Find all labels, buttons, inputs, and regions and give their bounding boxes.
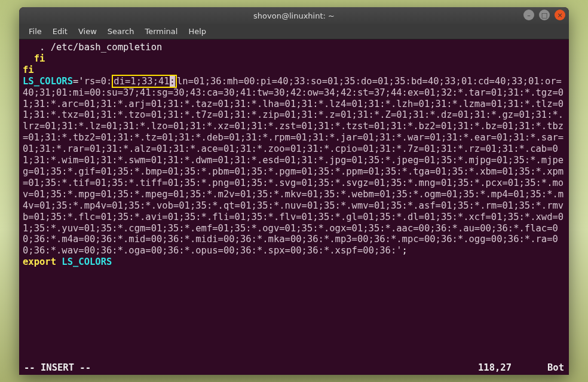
close-button[interactable]: × [555, 10, 565, 20]
maximize-button[interactable]: □ [539, 10, 550, 20]
rs-prefix: rs=0: [84, 76, 112, 87]
ls-colors-rest: ln=01;36:mh=00:pi=40;33:so=01;35:do=01;3… [23, 76, 564, 256]
code-line: . /etc/bash_completion [23, 42, 162, 53]
menu-view[interactable]: View [74, 26, 102, 37]
menu-terminal[interactable]: Terminal [140, 26, 182, 37]
ls-colors-var: LS_COLORS [23, 76, 73, 87]
titlebar[interactable]: shovon@linuxhint: ~ – □ × [19, 7, 569, 24]
trailing-semicolon: ; [402, 245, 408, 256]
close-icon: × [557, 11, 562, 19]
terminal-area[interactable]: . /etc/bash_completion fi fi LS_COLORS='… [19, 39, 569, 375]
menu-search[interactable]: Search [103, 26, 139, 37]
highlighted-segment: di=1;33;41: [112, 75, 177, 88]
ls-colors-value: rs=0:di=1;33;41:ln=01;36:mh=00:pi=40;33:… [23, 75, 564, 256]
menubar: File Edit View Search Terminal Help [19, 24, 569, 39]
export-keyword: export [23, 256, 62, 267]
maximize-icon: □ [541, 11, 547, 19]
menu-edit[interactable]: Edit [48, 26, 72, 37]
assign-op: =' [73, 76, 84, 87]
vim-scroll-indicator: Bot [547, 362, 564, 374]
vim-cursor-position: 118,27 [478, 362, 512, 374]
vim-mode: -- INSERT -- [24, 362, 91, 374]
export-variable: LS_COLORS [62, 256, 112, 267]
menu-help[interactable]: Help [183, 26, 211, 37]
highlight-text: di=1;33;41 [114, 76, 169, 87]
menu-file[interactable]: File [24, 26, 47, 37]
text-cursor: : [170, 76, 175, 87]
code-line: fi [23, 53, 45, 64]
code-line: fi [23, 65, 34, 75]
terminal-window: shovon@linuxhint: ~ – □ × File Edit View… [19, 7, 569, 375]
vim-statusline: -- INSERT -- 118,27 Bot [19, 362, 569, 374]
minimize-icon: – [527, 11, 531, 19]
minimize-button[interactable]: – [523, 10, 534, 20]
window-controls: – □ × [523, 10, 565, 20]
window-title: shovon@linuxhint: ~ [253, 11, 335, 20]
